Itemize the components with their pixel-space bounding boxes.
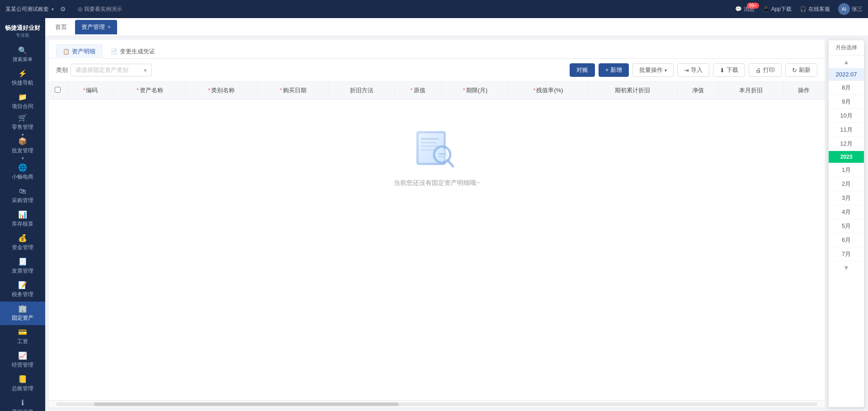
download-icon: ⬇ [720,67,725,74]
message-button[interactable]: 💬 消息 99+ [735,5,755,13]
month-picker-down-button[interactable]: ▼ [841,263,851,272]
month-item-current[interactable]: 2022.07 [829,68,864,81]
month-picker-up-button[interactable]: ▲ [841,57,851,66]
tab-bar: 首页 资产管理 × [45,18,868,36]
sidebar-label-tax: 税务管理 [12,291,33,298]
headset-icon: 🎧 [800,6,807,12]
add-button[interactable]: + 新增 [599,63,629,77]
sidebar-item-fixed-assets[interactable]: 🏢 固定资产 [0,302,45,325]
import-button[interactable]: ⇥ 导入 [677,63,709,77]
user-info[interactable]: AI 张三 [838,3,863,15]
scrollbar-track [56,402,817,406]
th-monthly-depreciation: 本月折旧 [718,82,784,99]
sidebar-label-inventory: 库存核算 [12,220,33,228]
toolbar: 类别 请选择固定资产类别 ▾ 对账 + 新增 批量操作 ⇥ 导入 [49,59,825,82]
sidebar-item-ledger[interactable]: 📒 总账管理 [0,372,45,396]
th-accumulated-depreciation: 期初累计折旧 [588,82,678,99]
retail-arrow-icon: ▾ [22,132,24,137]
category-placeholder: 请选择固定资产类别 [75,66,128,74]
sidebar-label-ledger: 总账管理 [12,385,33,392]
sidebar-item-purchase[interactable]: 🛍 采购管理 [0,184,45,208]
sidebar-item-search[interactable]: 🔍 搜索菜单 [0,43,45,66]
year-badge-label: 2023 [840,154,853,160]
th-depreciation-method: 折旧方法 [329,82,395,99]
table-wrapper: *编码 *资产名称 *类别名称 *购买日期 折旧方法 *原值 *期限(月) *残… [49,82,825,400]
sidebar-label-basic-info: 基础信息 [12,408,33,411]
sidebar-item-fund[interactable]: 💰 资金管理 [0,231,45,255]
sidebar-label-operations: 经营管理 [12,361,33,369]
sidebar-label-search: 搜索菜单 [13,56,33,63]
project-icon: 📁 [18,93,27,101]
top-bar-right: 💬 消息 99+ 📱 App下载 🎧 在线客服 AI 张三 [735,3,863,15]
tab-asset-management-label: 资产管理 [81,23,105,31]
category-select[interactable]: 请选择固定资产类别 ▾ [71,64,152,76]
retail-icon: 🛒 [18,113,27,122]
select-all-checkbox[interactable] [55,87,61,93]
ledger-icon: 📒 [18,375,27,383]
month-item-2023-02[interactable]: 2月 [829,177,864,191]
th-name: *资产名称 [114,82,186,99]
print-icon: 🖨 [755,67,761,74]
refresh-icon: ↻ [792,67,797,74]
sidebar-item-salary[interactable]: 💳 工资 [0,325,45,349]
reconcile-button[interactable]: 对账 [570,63,595,77]
download-button[interactable]: ⬇ 下载 [713,63,745,77]
month-item-2023-06[interactable]: 6月 [829,233,864,247]
wholesale-arrow-icon: ▾ [22,156,24,161]
online-service-button[interactable]: 🎧 在线客服 [800,5,830,13]
settings-icon[interactable]: ⚙ [60,5,66,13]
sidebar-label-quick-nav: 快捷导航 [12,79,33,87]
month-picker: 月份选择 ▲ 2022.07 8月 9月 10月 [828,40,864,407]
month-label: 2月 [842,180,851,188]
refresh-button[interactable]: ↻ 刷新 [785,63,817,77]
app-download-button[interactable]: 📱 App下载 [763,5,792,13]
month-item-2022-08[interactable]: 8月 [829,81,864,95]
sidebar-item-ecommerce[interactable]: 🌐 小畅电商 [0,161,45,184]
th-residual-rate: *残值率(%) [509,82,588,99]
sidebar-label-ecommerce: 小畅电商 [12,173,33,181]
sidebar-item-operations[interactable]: 📈 经营管理 [0,349,45,372]
month-item-2022-09[interactable]: 9月 [829,95,864,109]
user-name: 张三 [852,5,863,13]
demo-button[interactable]: ◎ 我要看实例演示 [78,5,122,13]
sidebar-label-project: 项目合同 [12,103,33,110]
app-name: 畅捷通好业财 [4,24,42,32]
month-item-2023-01[interactable]: 1月 [829,163,864,177]
sidebar-item-project-contract[interactable]: 📁 项目合同 [0,90,45,113]
month-item-2022-10[interactable]: 10月 [829,109,864,123]
tab-close-icon[interactable]: × [108,24,111,30]
month-label: 6月 [842,236,851,244]
month-label: 10月 [840,112,852,120]
fixed-assets-icon: 🏢 [18,304,27,313]
th-net-value: 净值 [678,82,718,99]
bottom-scrollbar[interactable] [49,400,825,407]
month-item-2023-05[interactable]: 5月 [829,219,864,233]
tab-home[interactable]: 首页 [49,20,73,34]
sub-tab-asset-detail[interactable]: 📋 资产明细 [56,44,102,59]
app-logo: 畅捷通好业财 专业版 [0,18,45,43]
print-button[interactable]: 🖨 打印 [749,63,782,77]
sub-tab-change-voucher[interactable]: 📄 变更生成凭证 [104,44,162,59]
sidebar-item-wholesale[interactable]: 📦 批发管理 ▾ [0,137,45,161]
search-icon: 🔍 [18,46,27,55]
app-download-label: App下载 [771,5,792,13]
tab-asset-management[interactable]: 资产管理 × [75,20,117,34]
month-item-2022-12[interactable]: 12月 [829,137,864,151]
month-item-2023-07[interactable]: 7月 [829,247,864,261]
sidebar-item-quick-nav[interactable]: ⚡ 快捷导航 [0,66,45,90]
tax-icon: 📝 [18,281,27,289]
month-item-2022-11[interactable]: 11月 [829,123,864,137]
month-label: 8月 [842,84,851,92]
th-purchase-date: *购买日期 [257,82,329,99]
batch-button[interactable]: 批量操作 [632,63,674,77]
month-picker-current-value: 2022.07 [836,71,857,78]
th-period: *期限(月) [441,82,509,99]
month-item-2023-04[interactable]: 4月 [829,205,864,219]
month-item-2023-03[interactable]: 3月 [829,191,864,205]
sidebar-item-basic-info[interactable]: ℹ 基础信息 [0,396,45,411]
sidebar-item-retail[interactable]: 🛒 零售管理 ▾ [0,113,45,137]
sidebar-item-tax[interactable]: 📝 税务管理 [0,278,45,302]
company-selector[interactable]: 某某公司测试账套 ▾ [5,5,54,13]
sidebar-item-invoice[interactable]: 🧾 发票管理 [0,255,45,278]
sidebar-item-inventory[interactable]: 📊 库存核算 [0,208,45,231]
